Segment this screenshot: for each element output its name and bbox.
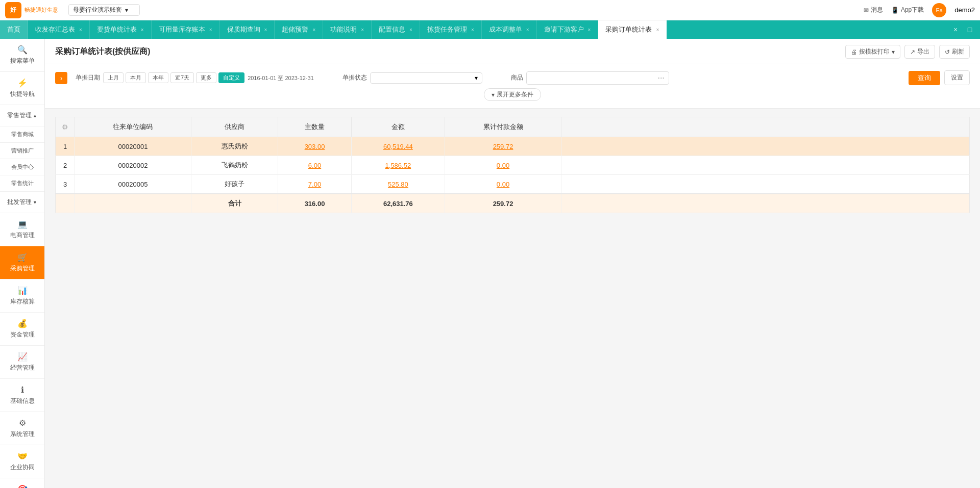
sidebar-item-retail-mall[interactable]: 零售商城 [0,126,44,143]
date-btn-custom[interactable]: 自定义 [218,72,244,83]
table-body: 1 00020001 惠氏奶粉 303.00 60,519.44 259.72 … [56,137,970,194]
app-download-button[interactable]: 📱 App下载 [891,6,924,14]
tab-close-icon[interactable]: × [526,27,529,33]
sidebar-item-label: 电商管理 [10,231,35,240]
date-btn-last-month[interactable]: 上月 [103,72,124,83]
quantity-link[interactable]: 303.00 [305,143,325,150]
footer-total-label: 合计 [191,194,278,213]
sidebar-item-label: 零售统计 [11,179,34,187]
amount-link[interactable]: 525.80 [388,181,408,188]
status-select[interactable]: ▾ [370,72,482,84]
sidebar-item-marketing[interactable]: 营销推广 [0,143,44,159]
date-btn-7days[interactable]: 近7天 [170,72,194,83]
export-button[interactable]: ↗ 导出 [904,45,935,59]
printer-icon: 🖨 [851,48,857,56]
quantity-link[interactable]: 6.00 [308,162,321,169]
amount-link[interactable]: 60,519.44 [383,143,413,150]
th-paid-amount: 累计付款金额 [445,117,561,137]
paid-link[interactable]: 0.00 [497,181,509,188]
sidebar-item-search[interactable]: 🔍 搜索菜单 [0,39,44,72]
sidebar-item-guide[interactable]: 🎯 新手引导 [0,478,44,488]
sidebar-item-ecommerce[interactable]: 💻 电商管理 [0,213,44,246]
tab-close-icon[interactable]: × [312,27,315,33]
tab-peizhi[interactable]: 配置信息 × [372,20,420,39]
filter-goods-item: 商品 ··· [511,71,669,85]
sidebar-item-retail-stats[interactable]: 零售统计 [0,175,44,192]
breadcrumb-label: 母婴行业演示账套 [73,6,122,14]
date-btn-more[interactable]: 更多 [196,72,216,83]
sidebar-item-retail-mgmt[interactable]: 零售管理 ▲ [0,105,44,126]
tab-close-icon[interactable]: × [656,27,659,33]
basics-icon: ℹ [21,385,24,395]
tab-label: 超储预警 [282,25,308,34]
tab-label: 拣货任务管理 [427,25,467,34]
tab-close-icon[interactable]: × [409,27,412,33]
tab-close-icon[interactable]: × [141,27,144,33]
goods-input[interactable]: ··· [526,71,669,85]
template-print-label: 按模板打印 [859,47,890,56]
tab-caigou-active[interactable]: 采购订单统计表 × [598,20,667,39]
tab-label: 功能说明 [330,25,357,34]
paid-link[interactable]: 0.00 [497,162,509,169]
sidebar-item-purchase[interactable]: 🛒 采购管理 [0,246,44,279]
close-window-button[interactable]: × [949,23,962,36]
sidebar-item-basics[interactable]: ℹ 基础信息 [0,379,44,412]
maximize-window-button[interactable]: □ [964,23,976,36]
guide-icon: 🎯 [17,484,28,488]
sidebar-item-inventory[interactable]: 📊 库存核算 [0,279,44,313]
tab-close-icon[interactable]: × [79,27,82,33]
template-print-button[interactable]: 🖨 按模板打印 ▾ [845,45,900,59]
export-icon: ↗ [910,48,915,56]
expand-filter-button[interactable]: › [55,72,67,84]
tab-jianhuo[interactable]: 拣货任务管理 × [420,20,482,39]
cell-amount: 60,519.44 [351,137,445,156]
quantity-link[interactable]: 7.00 [308,181,321,188]
goods-more-icon[interactable]: ··· [657,73,664,83]
tab-gongneng[interactable]: 功能说明 × [323,20,372,39]
tab-yaohuo[interactable]: 要货单统计表 × [90,20,152,39]
cell-supplier: 惠氏奶粉 [191,137,278,156]
tab-keyong[interactable]: 可用量库存账本 × [152,20,220,39]
sidebar-item-quicknav[interactable]: ⚡ 快捷导航 [0,72,44,105]
tab-label: 要货单统计表 [97,25,137,34]
tab-close-icon[interactable]: × [264,27,267,33]
tab-baozhi[interactable]: 保质期查询 × [220,20,275,39]
sidebar-item-wholesale[interactable]: 批发管理 ▼ [0,192,44,213]
expand-label: 展开更多条件 [497,90,533,99]
sidebar-item-cooperation[interactable]: 🤝 企业协同 [0,445,44,478]
tab-close-icon[interactable]: × [471,27,474,33]
tab-home[interactable]: 首页 [0,20,28,39]
tab-close-icon[interactable]: × [209,27,212,33]
refresh-button[interactable]: ↺ 刷新 [939,45,970,59]
settings-button[interactable]: 设置 [944,70,970,85]
tab-chaozhu[interactable]: 超储预警 × [275,20,323,39]
sidebar-item-label: 资金管理 [10,330,35,339]
breadcrumb-select[interactable]: 母婴行业演示账套 ▾ [68,4,140,16]
message-button[interactable]: ✉ 消息 [864,6,883,14]
tab-chengben[interactable]: 成本调整单 × [482,20,537,39]
date-btn-this-month[interactable]: 本月 [126,72,146,83]
sidebar-item-operations[interactable]: 📈 经营管理 [0,346,44,379]
table-row: 1 00020001 惠氏奶粉 303.00 60,519.44 259.72 [56,137,970,156]
top-bar: 好 畅捷通好生意 母婴行业演示账套 ▾ ✉ 消息 📱 App下载 Ea demo… [0,0,980,20]
tab-close-icon[interactable]: × [588,27,591,33]
cell-paid: 0.00 [445,175,561,194]
logo-area: 好 畅捷通好生意 [5,2,58,18]
avatar[interactable]: Ea [932,3,946,17]
paid-link[interactable]: 259.72 [493,143,513,150]
tab-close-icon[interactable]: × [361,27,364,33]
footer-amount: 62,631.76 [351,194,445,213]
query-button[interactable]: 查询 [909,71,940,85]
gear-icon[interactable]: ⚙ [62,123,68,131]
tab-shofazun[interactable]: 收发存汇总表 × [28,20,90,39]
export-label: 导出 [917,47,929,56]
sidebar-item-member[interactable]: 会员中心 [0,159,44,175]
sidebar-item-finance[interactable]: 💰 资金管理 [0,313,44,346]
tab-yaoqing[interactable]: 邀请下游客户 × [537,20,599,39]
amount-link[interactable]: 1,586.52 [385,162,411,169]
user-name: demo2 [954,6,975,14]
expand-more-button[interactable]: ▾ 展开更多条件 [484,88,541,101]
date-btn-this-year[interactable]: 本年 [148,72,168,83]
cell-amount: 1,586.52 [351,156,445,175]
sidebar-item-system[interactable]: ⚙ 系统管理 [0,412,44,445]
